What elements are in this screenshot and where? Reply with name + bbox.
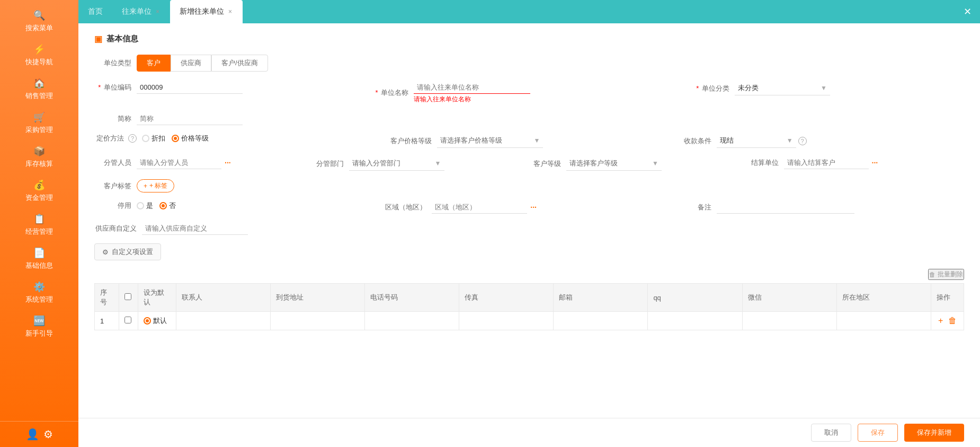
row-wechat[interactable] xyxy=(742,312,836,330)
row-contact[interactable] xyxy=(176,312,270,330)
row-qq[interactable] xyxy=(648,312,742,330)
sidebar-item-system[interactable]: ⚙️ 系统管理 xyxy=(0,276,78,310)
radio-yes[interactable]: 是 xyxy=(137,201,153,211)
settlement-unit-input[interactable] xyxy=(784,156,869,169)
add-tag-button[interactable]: + + 标签 xyxy=(137,179,174,192)
radio-no-circle xyxy=(159,202,167,209)
batch-delete-button[interactable]: 🗑 批量删除 xyxy=(928,269,964,280)
department-placeholder: 请输入分管部门 xyxy=(352,159,433,168)
contact-input[interactable] xyxy=(182,317,265,325)
email-input[interactable] xyxy=(559,317,642,325)
sidebar-item-basic-info[interactable]: 📄 基础信息 xyxy=(0,242,78,276)
sidebar-item-label: 采购管理 xyxy=(25,125,53,135)
sidebar-item-search[interactable]: 🔍 搜索菜单 xyxy=(0,4,78,38)
inventory-icon: 📦 xyxy=(33,145,45,157)
batch-delete-row: 🗑 批量删除 xyxy=(94,269,964,280)
radio-no[interactable]: 否 xyxy=(159,201,176,211)
select-all-checkbox[interactable] xyxy=(124,293,131,300)
supplier-custom-label: 供应商自定义 xyxy=(94,224,142,233)
sidebar-item-label: 搜索菜单 xyxy=(25,23,53,33)
sidebar-item-purchase[interactable]: 🛒 采购管理 xyxy=(0,106,78,140)
customer-level-select[interactable]: 请选择客户等级 ▼ xyxy=(566,156,662,171)
tab-home-label: 首页 xyxy=(88,7,103,16)
pricing-help-icon[interactable]: ? xyxy=(128,134,137,143)
phone-input[interactable] xyxy=(370,317,453,325)
save-and-add-button[interactable]: 保存并新增 xyxy=(904,424,964,442)
manager-label: 分管人员 xyxy=(94,158,137,168)
region-input[interactable] xyxy=(432,201,527,214)
radio-price-level[interactable]: 价格等级 xyxy=(172,134,209,143)
unit-name-error: 请输入往来单位名称 xyxy=(414,95,530,104)
customer-price-level-placeholder: 请选择客户价格等级 xyxy=(440,136,531,145)
radio-discount[interactable]: 折扣 xyxy=(142,134,165,143)
sidebar-item-inventory[interactable]: 📦 库存核算 xyxy=(0,140,78,174)
dropdown-arrow-icon: ▼ xyxy=(652,160,658,167)
required-star: * xyxy=(375,89,378,97)
customer-price-level-label: 客户价格等级 xyxy=(384,136,437,146)
department-select[interactable]: 请输入分管部门 ▼ xyxy=(349,156,444,171)
window-close-button[interactable]: ✕ xyxy=(964,6,980,17)
payment-help-icon[interactable]: ? xyxy=(798,137,807,145)
type-btn-both[interactable]: 客户/供应商 xyxy=(211,55,268,72)
tab-contacts-close[interactable]: × xyxy=(155,8,161,15)
sidebar-item-sales[interactable]: 🏠 销售管理 xyxy=(0,72,78,106)
tab-new-contact[interactable]: 新增往来单位 × xyxy=(170,0,243,23)
user-icon[interactable]: 👤 xyxy=(26,428,39,441)
row-pricing: 定价方法 ? 折扣 价格等级 客户价格等级 xyxy=(94,134,964,148)
settlement-unit-label: 结算单位 xyxy=(747,158,784,168)
unit-name-label: * 单位名称 xyxy=(366,88,414,98)
region-label: 区域（地区） xyxy=(384,203,432,212)
customer-price-level-select[interactable]: 请选择客户价格等级 ▼ xyxy=(437,134,543,148)
sidebar-item-label: 资金管理 xyxy=(25,193,53,203)
delete-row-button[interactable]: 🗑 xyxy=(947,316,958,326)
type-btn-supplier[interactable]: 供应商 xyxy=(171,55,211,72)
custom-settings-button[interactable]: ⚙ 自定义项设置 xyxy=(94,243,161,260)
row-checkbox-input[interactable] xyxy=(124,317,131,323)
cancel-button[interactable]: 取消 xyxy=(811,424,851,442)
disabled-label: 停用 xyxy=(94,201,137,211)
row-email[interactable] xyxy=(554,312,648,330)
operation-icon: 📋 xyxy=(33,213,45,225)
row-default-radio[interactable]: 默认 xyxy=(144,316,171,326)
row-phone[interactable] xyxy=(364,312,459,330)
field-region: 区域（地区） ··· xyxy=(384,201,674,214)
supplier-custom-input[interactable] xyxy=(142,222,248,235)
payment-terms-value: 现结 xyxy=(720,136,734,145)
fax-input[interactable] xyxy=(465,317,548,325)
tab-contacts[interactable]: 往来单位 × xyxy=(112,0,170,23)
row-area[interactable] xyxy=(836,312,931,330)
type-btn-customer[interactable]: 客户 xyxy=(137,55,171,72)
unit-category-select[interactable]: 未分类 ▼ xyxy=(735,81,830,95)
add-row-button[interactable]: + xyxy=(937,316,945,326)
remark-input[interactable] xyxy=(717,201,854,214)
sidebar-item-quick-nav[interactable]: ⚡ 快捷导航 xyxy=(0,38,78,72)
col-seq: 序号 xyxy=(95,284,119,312)
tab-new-contact-close[interactable]: × xyxy=(227,8,233,15)
sidebar-item-operation[interactable]: 📋 经营管理 xyxy=(0,208,78,242)
wechat-input[interactable] xyxy=(748,317,831,325)
row-fax[interactable] xyxy=(459,312,554,330)
sidebar-item-guide[interactable]: 🆕 新手引导 xyxy=(0,310,78,344)
custom-settings-label: 自定义项设置 xyxy=(112,247,153,257)
col-phone: 电话号码 xyxy=(364,284,459,312)
manager-input[interactable] xyxy=(137,156,221,169)
radio-price-level-circle xyxy=(172,135,179,142)
address-input[interactable] xyxy=(276,317,359,325)
payment-terms-select[interactable]: 现结 ▼ xyxy=(717,134,796,148)
abbreviation-input[interactable] xyxy=(137,112,243,125)
manager-more-btn[interactable]: ··· xyxy=(225,159,231,167)
unit-code-input[interactable] xyxy=(137,81,243,94)
row-address[interactable] xyxy=(270,312,364,330)
add-tag-icon: + xyxy=(144,182,147,190)
tab-home[interactable]: 首页 xyxy=(78,0,112,23)
settings-icon[interactable]: ⚙ xyxy=(43,428,53,441)
unit-name-input[interactable] xyxy=(414,81,530,94)
area-input[interactable] xyxy=(842,317,925,325)
region-more-btn[interactable]: ··· xyxy=(530,203,537,212)
qq-input[interactable] xyxy=(653,317,736,325)
row-management: 分管人员 ··· 分管部门 请输入分管部门 ▼ 客户等级 请选择客户等级 ▼ xyxy=(94,156,964,171)
unit-category-value: 未分类 xyxy=(738,83,759,93)
sidebar-item-finance[interactable]: 💰 资金管理 xyxy=(0,174,78,208)
settlement-unit-more-btn[interactable]: ··· xyxy=(872,159,878,167)
save-button[interactable]: 保存 xyxy=(858,424,898,442)
